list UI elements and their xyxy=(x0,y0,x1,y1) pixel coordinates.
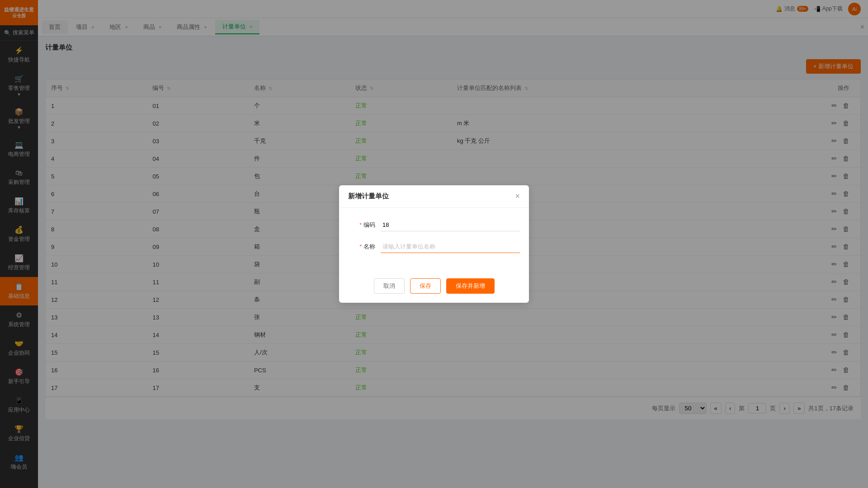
modal-body: * 编码 * 名称 xyxy=(339,208,529,273)
code-label: * 编码 xyxy=(348,221,375,229)
code-input[interactable] xyxy=(381,219,520,231)
form-row-name: * 名称 xyxy=(348,240,520,253)
save-button[interactable]: 保存 xyxy=(410,278,441,294)
name-label: * 名称 xyxy=(348,243,375,251)
modal-footer: 取消 保存 保存并新增 xyxy=(339,273,529,303)
form-row-code: * 编码 xyxy=(348,219,520,231)
save-and-new-button[interactable]: 保存并新增 xyxy=(446,278,495,294)
name-input[interactable] xyxy=(381,240,520,253)
add-unit-modal: 新增计量单位 × * 编码 * 名称 取消 保存 保存并新增 xyxy=(339,185,529,303)
cancel-button[interactable]: 取消 xyxy=(374,278,405,294)
modal-title: 新增计量单位 xyxy=(348,192,389,201)
required-mark: * xyxy=(359,221,363,228)
required-mark: * xyxy=(359,243,363,250)
modal-overlay: 新增计量单位 × * 编码 * 名称 取消 保存 保存并新增 xyxy=(0,0,868,488)
modal-close-button[interactable]: × xyxy=(515,192,520,201)
modal-header: 新增计量单位 × xyxy=(339,185,529,208)
